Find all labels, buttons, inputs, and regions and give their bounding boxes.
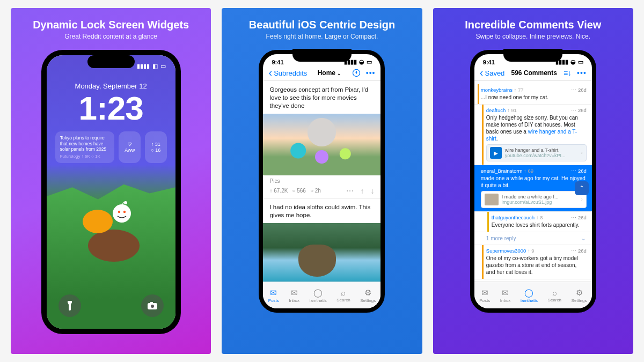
comment-highlighted[interactable]: eneral_Brainstorm ↑ 69⋯ 26d made one a w… (474, 165, 592, 212)
status-time: 9:41 (483, 59, 495, 65)
nav-title: 596 Comments (511, 69, 557, 77)
nav-bar: Subreddits Home ⌄ ••• (263, 65, 380, 81)
comment-body: Only hedgehog size sorry. But you can ma… (486, 114, 587, 142)
promo-panel-lockscreen: Dynamic Lock Screen Widgets Great Reddit… (11, 8, 211, 354)
collapse-button[interactable]: ⌃ (575, 181, 589, 195)
back-button[interactable]: Subreddits (268, 69, 307, 77)
svg-point-1 (83, 210, 113, 233)
svg-rect-8 (150, 302, 153, 304)
comment-user: deaftuch (486, 107, 506, 113)
panel-subtitle: Feels right at home. Large or Compact. (266, 33, 378, 40)
tab-posts[interactable]: ✉︎Posts (268, 288, 279, 303)
wifi-icon: ◒ (570, 58, 576, 65)
chevron-up-icon: ⌃ (579, 184, 584, 192)
wifi-icon: ◒ (359, 58, 364, 65)
tab-bar: ✉︎Posts ✉︎Inbox ◯iamthatis ⌕Search ⚙︎Set… (474, 282, 592, 308)
svg-point-0 (88, 230, 140, 262)
status-bar-icons: ▮▮▮▮ ◧ ▭ (137, 63, 166, 70)
comment[interactable]: deaftuch ↑ 91⋯ 26d Only hedgehog size so… (474, 105, 592, 165)
comment[interactable]: thatguyonthecouch ↑ 8⋯ 26d Everyone love… (474, 212, 592, 232)
comment-body: made one a while ago for my cat. He njoy… (481, 175, 587, 189)
tab-inbox[interactable]: ✉︎Inbox (289, 288, 299, 303)
stats-widget[interactable]: ↑ 31 ○ 16 (145, 131, 167, 163)
stats-widget-up: ↑ 31 (151, 142, 160, 147)
back-button[interactable]: Saved (480, 69, 505, 77)
link-preview[interactable]: ▶ wire hanger and a T-shirt. youtube.com… (486, 144, 587, 161)
upvote-icon[interactable]: ↑ (360, 187, 364, 195)
sort-icon[interactable] (352, 69, 361, 77)
post-subreddit: Pics (269, 178, 280, 184)
comment-body: One of my co-workers got a tiny model ga… (486, 255, 587, 276)
post-comments: ○ 566 (292, 188, 306, 194)
panel-title: Dynamic Lock Screen Widgets (33, 19, 189, 31)
phone-mockup: ▮▮▮▮ ◧ ▭ Monday, September 12 1:23 Tokyo… (41, 50, 181, 334)
reddit-mascot-illustration (71, 184, 151, 264)
camera-button[interactable] (141, 294, 164, 317)
embed-title: wire hanger and a T-shirt. (505, 147, 578, 153)
posts-icon: ✉︎ (481, 288, 488, 298)
comment-more-icon[interactable]: ⋯ (571, 248, 576, 254)
flashlight-icon (65, 301, 74, 311)
tab-posts[interactable]: ✉︎Posts (479, 288, 490, 303)
notch (503, 49, 562, 62)
promo-panel-feed: Beautiful iOS Centric Design Feels right… (222, 8, 422, 354)
tab-settings[interactable]: ⚙︎Settings (360, 288, 376, 303)
battery-icon: ▭ (367, 58, 372, 65)
news-widget-headline: Tokyo plans to require that new homes ha… (60, 135, 110, 152)
nav-title[interactable]: Home ⌄ (318, 69, 342, 77)
aww-widget-label: Aww (125, 147, 135, 153)
posts-icon: ✉︎ (270, 288, 277, 298)
more-icon[interactable]: ••• (577, 69, 587, 77)
account-icon: ◯ (524, 288, 533, 298)
post-card[interactable]: Gorgeous concept art from Pixar, I'd lov… (263, 81, 380, 198)
post-card[interactable]: I had no idea sloths could swim. This gi… (263, 198, 380, 285)
comment[interactable]: Supermoves3000 ↑ 9⋯ 26d One of my co-wor… (474, 245, 592, 279)
chevron-right-icon: › (581, 197, 583, 202)
tab-settings[interactable]: ⚙︎Settings (572, 288, 587, 303)
svg-point-4 (123, 211, 125, 213)
more-icon[interactable]: ••• (366, 69, 376, 77)
more-replies-link[interactable]: 1 more reply⌄ (474, 232, 592, 245)
search-icon: ⌕ (341, 288, 346, 297)
chevron-down-icon: ⌄ (581, 235, 586, 241)
comment-more-icon[interactable]: ⋯ (571, 87, 576, 93)
inbox-icon: ✉︎ (502, 288, 509, 298)
comment-more-icon[interactable]: ⋯ (571, 215, 576, 220)
lock-screen: ▮▮▮▮ ◧ ▭ Monday, September 12 1:23 Tokyo… (47, 55, 175, 329)
aww-widget[interactable]: ♡̷ Aww (119, 131, 141, 163)
post-upvotes: ↑ 67.2K (269, 188, 288, 194)
svg-point-3 (118, 211, 120, 213)
tab-search[interactable]: ⌕Search (336, 288, 350, 302)
post-image (263, 114, 380, 175)
play-icon: ▶ (490, 147, 502, 159)
downvote-icon[interactable]: ↓ (370, 187, 374, 195)
panel-subtitle: Swipe to collapse. Inline previews. Nice… (476, 33, 590, 40)
comment-more-icon[interactable]: ⋯ (571, 107, 576, 113)
flashlight-button[interactable] (58, 294, 81, 317)
status-time: 9:41 (272, 59, 283, 65)
tab-bar: ✉︎Posts ✉︎Inbox ◯iamthatis ⌕Search ⚙︎Set… (263, 282, 380, 308)
post-more-icon[interactable]: ⋯ (346, 187, 354, 195)
embed-url: youtube.com/watch?v=kPI... (505, 153, 578, 158)
panel-title: Incredible Comments View (465, 19, 601, 31)
comment-user: thatguyonthecouch (492, 215, 535, 220)
tab-inbox[interactable]: ✉︎Inbox (500, 288, 511, 303)
news-widget[interactable]: Tokyo plans to require that new homes ha… (55, 131, 115, 163)
comment-user: monkeybrains (481, 87, 513, 93)
heart-icon: ♡̷ (128, 142, 132, 147)
post-age: ○ 2h (310, 188, 321, 194)
tab-account[interactable]: ◯iamthatis (521, 288, 538, 303)
account-icon: ◯ (313, 288, 323, 298)
comments-list[interactable]: monkeybrains ↑ 77⋯ 26d ...I now need one… (474, 84, 592, 282)
link-preview[interactable]: I made one a while ago f... imgur.com/aL… (481, 191, 587, 208)
tab-search[interactable]: ⌕Search (548, 288, 561, 302)
phone-mockup: 9:41 ▮▮▮▮ ◒ ▭ Subreddits Home ⌄ ••• (259, 50, 385, 313)
wifi-icon: ◧ (152, 63, 158, 70)
battery-icon: ▭ (578, 58, 583, 65)
sort-icon[interactable]: ≡↓ (564, 69, 572, 77)
comment-more-icon[interactable]: ⋯ (571, 168, 576, 174)
comment[interactable]: monkeybrains ↑ 77⋯ 26d ...I now need one… (474, 84, 592, 105)
nav-bar: Saved 596 Comments ≡↓ ••• (474, 65, 592, 81)
gear-icon: ⚙︎ (576, 288, 583, 298)
tab-account[interactable]: ◯iamthatis (310, 288, 327, 303)
